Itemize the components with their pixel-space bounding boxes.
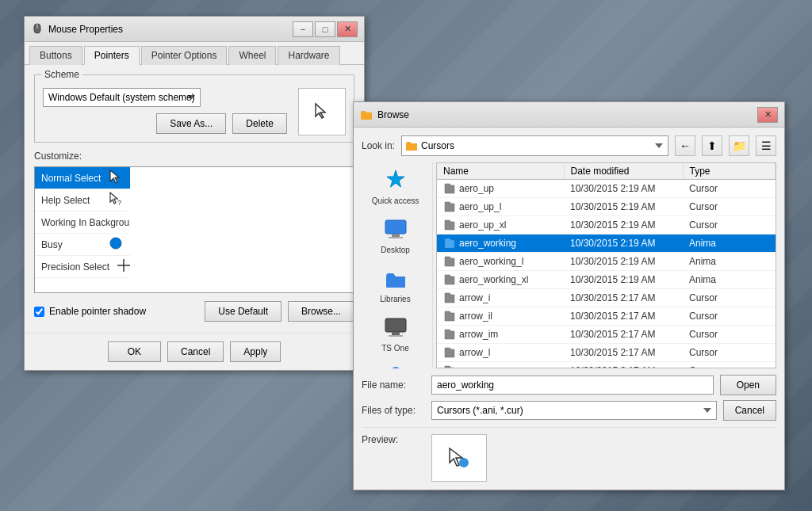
mouse-properties-title-bar: Mouse Properties − □ ✕ [25, 17, 364, 42]
tab-hardware[interactable]: Hardware [278, 46, 339, 65]
nav-item-libraries[interactable]: Libraries [362, 261, 429, 308]
nav-item-quick-access[interactable]: Quick access [362, 162, 429, 210]
look-in-select[interactable]: Cursors [401, 135, 668, 156]
browse-title-left: Browse [360, 109, 409, 121]
bottom-fields: File name: Open Files of type: Cursors (… [362, 375, 776, 421]
tab-wheel[interactable]: Wheel [228, 46, 276, 65]
mouse-properties-title: Mouse Properties [48, 24, 123, 35]
nav-item-network[interactable]: Network [362, 359, 429, 368]
nav-icon [383, 167, 408, 194]
mouse-props-content: Scheme Windows Default (system scheme) S… [25, 65, 364, 333]
file-date: 10/30/2015 2:17 AM [564, 344, 683, 362]
nav-item-ts-one[interactable]: TS One [362, 310, 429, 357]
enable-shadow-checkbox[interactable] [34, 307, 44, 317]
tab-bar: Buttons Pointers Pointer Options Wheel H… [25, 42, 364, 65]
file-row[interactable]: aero_up_xl 10/30/2015 2:19 AM Cursor [437, 216, 776, 235]
browse-folder-icon [360, 109, 373, 121]
file-type: Cursor [683, 180, 776, 198]
file-row[interactable]: aero_working 10/30/2015 2:19 AM Anima [437, 235, 776, 253]
browse-close-button[interactable]: ✕ [757, 107, 778, 123]
file-row[interactable]: aero_up_l 10/30/2015 2:19 AM Cursor [437, 198, 776, 216]
browse-content: Look in: Cursors ← ⬆ 📁 ☰ Quick access De… [354, 128, 784, 490]
file-name: arrow_i [459, 292, 490, 303]
browse-toolbar: Look in: Cursors ← ⬆ 📁 ☰ [362, 135, 776, 156]
file-row[interactable]: aero_up 10/30/2015 2:19 AM Cursor [437, 180, 776, 198]
apply-button[interactable]: Apply [230, 341, 281, 362]
nav-back-button[interactable]: ← [675, 135, 695, 156]
file-type: Cursor [683, 344, 776, 362]
ok-button[interactable]: OK [108, 341, 161, 362]
files-of-type-row: Files of type: Cursors (*.ani, *.cur) Ca… [362, 400, 776, 421]
delete-button[interactable]: Delete [232, 113, 287, 134]
file-icon [443, 364, 456, 368]
svg-text:?: ? [117, 199, 121, 207]
file-icon [443, 182, 456, 195]
cursor-item[interactable]: Working In Background [35, 212, 354, 234]
view-toggle-button[interactable]: ☰ [756, 135, 776, 156]
file-row[interactable]: arrow_i 10/30/2015 2:17 AM Cursor [437, 289, 776, 307]
preview-label: Preview: [362, 434, 425, 445]
file-icon [443, 328, 456, 341]
nav-panel: Quick access Desktop Libraries TS One Ne… [362, 162, 433, 368]
file-row[interactable]: aero_working_l 10/30/2015 2:19 AM Anima [437, 253, 776, 271]
file-row[interactable]: arrow_im 10/30/2015 2:17 AM Cursor [437, 326, 776, 344]
create-folder-button[interactable]: 📁 [729, 135, 749, 156]
close-button[interactable]: ✕ [337, 21, 358, 37]
mouse-icon [31, 23, 44, 36]
col-name[interactable]: Name [437, 163, 564, 180]
file-icon [443, 273, 456, 286]
file-icon [443, 237, 456, 250]
cursor-item[interactable]: Busy [35, 234, 354, 256]
file-row[interactable]: aero_working_xl 10/30/2015 2:19 AM Anima [437, 271, 776, 289]
cursor-item[interactable]: Precision Select [35, 256, 354, 278]
files-of-type-label: Files of type: [362, 405, 425, 416]
browse-button[interactable]: Browse... [288, 301, 354, 322]
tab-pointers[interactable]: Pointers [84, 46, 140, 65]
nav-item-desktop[interactable]: Desktop [362, 212, 429, 259]
cursor-icon: ? [108, 191, 124, 209]
tab-buttons[interactable]: Buttons [29, 46, 82, 65]
col-type[interactable]: Type [683, 163, 776, 180]
file-icon [443, 200, 456, 213]
nav-icon [383, 364, 408, 368]
svg-rect-10 [389, 237, 403, 238]
col-date[interactable]: Date modified [564, 163, 683, 180]
file-date: 10/30/2015 2:17 AM [564, 362, 683, 369]
scheme-select[interactable]: Windows Default (system scheme) [43, 88, 201, 107]
browse-cancel-button[interactable]: Cancel [723, 400, 776, 421]
open-button[interactable]: Open [720, 375, 776, 395]
nav-up-button[interactable]: ⬆ [702, 135, 722, 156]
svg-point-15 [392, 368, 400, 368]
files-of-type-select[interactable]: Cursors (*.ani, *.cur) [431, 401, 717, 420]
cursor-name: Busy [41, 239, 63, 250]
cursor-list[interactable]: Normal Select Help Select ? Working In B… [34, 166, 354, 293]
save-as-button[interactable]: Save As... [156, 113, 226, 134]
file-date: 10/30/2015 2:19 AM [564, 180, 683, 198]
maximize-button[interactable]: □ [315, 21, 335, 37]
file-name-input[interactable] [431, 376, 714, 395]
cursor-icon [108, 235, 124, 254]
minimize-button[interactable]: − [293, 21, 313, 37]
file-name: arrow_m [459, 365, 496, 368]
title-bar-buttons: − □ ✕ [293, 21, 358, 37]
tab-pointer-options[interactable]: Pointer Options [141, 46, 228, 65]
file-date: 10/30/2015 2:19 AM [564, 271, 683, 289]
cancel-bottom-button[interactable]: Cancel [167, 341, 224, 362]
file-type: Cursor [683, 198, 776, 216]
file-row[interactable]: arrow_il 10/30/2015 2:17 AM Cursor [437, 307, 776, 326]
cursor-item[interactable]: Normal Select [35, 167, 354, 189]
file-date: 10/30/2015 2:17 AM [564, 289, 683, 307]
file-date: 10/30/2015 2:19 AM [564, 253, 683, 271]
file-type: Cursor [683, 289, 776, 307]
cursor-icon [108, 169, 124, 187]
use-default-button[interactable]: Use Default [205, 301, 282, 322]
file-name: arrow_im [459, 329, 498, 340]
file-area[interactable]: Name Date modified Type [436, 162, 776, 368]
file-type: Cursor [683, 216, 776, 235]
cursor-item[interactable]: Help Select ? [35, 189, 354, 212]
file-row[interactable]: arrow_m 10/30/2015 2:17 AM Cursor [437, 362, 776, 369]
scheme-label: Scheme [41, 69, 82, 80]
file-name: arrow_il [459, 311, 492, 322]
preview-cursor [446, 445, 472, 471]
file-row[interactable]: arrow_l 10/30/2015 2:17 AM Cursor [437, 344, 776, 362]
